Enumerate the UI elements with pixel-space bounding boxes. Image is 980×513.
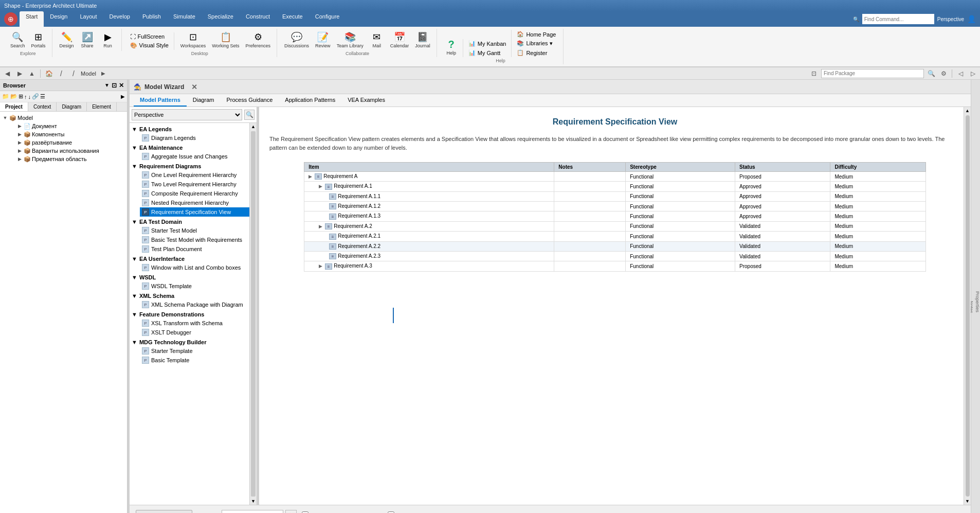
wizard-close-btn[interactable]: ✕ (191, 83, 197, 91)
tree-item-usecases[interactable]: ▶ 📦 Варианты использования (9, 147, 125, 155)
share-button[interactable]: ↗️ Share (78, 30, 97, 50)
group-header-mdg[interactable]: ▼ MDG Technology Builder (132, 338, 255, 346)
pattern-xslt-debugger[interactable]: P XSLT Debugger (140, 328, 255, 337)
working-sets-button[interactable]: 📋 Working Sets (210, 30, 241, 50)
tree-item-model[interactable]: ▼ 📦 Model (2, 114, 125, 122)
help-button[interactable]: ? Help (442, 37, 461, 57)
run-button[interactable]: ▶ Run (99, 30, 117, 50)
pattern-composite-req[interactable]: P Composite Requirement Hierarchy (140, 189, 255, 198)
pattern-starter-test[interactable]: P Starter Test Model (140, 226, 255, 235)
pattern-aggregate-issue[interactable]: P Aggregate Issue and Changes (140, 152, 255, 161)
review-button[interactable]: 📝 Review (313, 30, 333, 50)
pattern-wsdl-template[interactable]: P WSDL Template (140, 281, 255, 291)
perspective-label[interactable]: Perspective (937, 16, 964, 22)
ribbon-tab-specialize[interactable]: Specialize (202, 11, 240, 27)
add-to-browse-btn[interactable]: 📁 (285, 510, 297, 514)
tree-item-domain[interactable]: ▶ 📦 Предметная область (9, 155, 125, 163)
group-header-feature-demo[interactable]: ▼ Feature Demonstrations (132, 310, 255, 319)
design-button[interactable]: ✏️ Design (58, 30, 76, 50)
tree-toolbar-btn3[interactable]: ⊞ (19, 93, 23, 100)
ribbon-tab-design[interactable]: Design (44, 11, 74, 27)
mail-button[interactable]: ✉ Mail (368, 30, 386, 50)
tree-toolbar-btn7[interactable]: ☰ (40, 93, 45, 100)
find-package-input[interactable] (821, 69, 924, 78)
user-icon[interactable]: 👤 (967, 15, 976, 23)
team-library-button[interactable]: 📚 Team Library (335, 30, 366, 50)
preferences-button[interactable]: ⚙ Preferences (244, 30, 273, 50)
ribbon-tab-start[interactable]: Start (20, 11, 44, 27)
group-header-wsdl[interactable]: ▼ WSDL (132, 273, 255, 281)
app-icon[interactable]: ⊕ (4, 12, 17, 26)
wizard-tab-model-patterns[interactable]: Model Patterns (134, 94, 187, 107)
wizard-tab-diagram[interactable]: Diagram (187, 94, 221, 107)
my-gantt-button[interactable]: 📊 My Gantt (465, 48, 510, 57)
preview-scroll-up[interactable]: ▲ (964, 107, 971, 114)
tree-item-components[interactable]: ▶ 📦 Компоненты (9, 130, 125, 138)
visual-style-button[interactable]: 🎨 Visual Style (127, 41, 172, 50)
nav-up-button[interactable]: ▲ (27, 68, 37, 79)
discussions-button[interactable]: 💬 Discussions (282, 30, 311, 50)
pattern-test-plan[interactable]: P Test Plan Document (140, 244, 255, 254)
perspective-select[interactable]: Perspective All Patterns (132, 109, 242, 120)
group-header-ea-legends[interactable]: ▼ EA Legends (132, 125, 255, 133)
pattern-search-btn[interactable]: 🔍 (244, 110, 255, 120)
nav-collapse-btn[interactable]: ◁ (955, 68, 966, 79)
group-header-ea-maintenance[interactable]: ▼ EA Maintenance (132, 144, 255, 152)
fullscreen-button[interactable]: ⛶ FullScreen (127, 32, 172, 41)
create-patterns-button[interactable]: Create Pattern(s) (136, 510, 192, 514)
pattern-two-level-req[interactable]: P Two Level Requirement Hierarchy (140, 180, 255, 189)
browser-tab-context[interactable]: Context (28, 102, 57, 111)
wizard-tab-process[interactable]: Process Guidance (220, 94, 279, 107)
nav-back-button[interactable]: ◀ (2, 68, 12, 79)
tree-expand-model[interactable]: ▼ (2, 115, 8, 121)
nav-forward-button[interactable]: ▶ (14, 68, 25, 79)
pattern-one-level-req[interactable]: P One Level Requirement Hierarchy (140, 170, 255, 180)
group-header-xml[interactable]: ▼ XML Schema (132, 292, 255, 300)
ribbon-tab-publish[interactable]: Publish (136, 11, 167, 27)
find-package-settings-btn[interactable]: ⚙ (938, 68, 949, 79)
tree-item-deploy[interactable]: ▶ 📦 развёртывание (9, 138, 125, 147)
find-package-search-btn[interactable]: 🔍 (926, 68, 936, 79)
browser-tab-element[interactable]: Element (87, 102, 117, 111)
register-button[interactable]: 📋 Register (514, 48, 559, 57)
browser-tab-diagram[interactable]: Diagram (57, 102, 87, 111)
pattern-window-list[interactable]: P Window with List and Combo boxes (140, 263, 255, 272)
tree-toolbar-btn2[interactable]: 📂 (10, 93, 17, 100)
pattern-scroll-down[interactable]: ▼ (250, 498, 257, 505)
preview-scroll-down[interactable]: ▼ (964, 498, 971, 505)
tree-toolbar-btn6[interactable]: 🔗 (32, 93, 39, 100)
journal-button[interactable]: 📓 Journal (413, 30, 432, 50)
pattern-diagram-legends[interactable]: P Diagram Legends (140, 133, 255, 143)
libraries-button[interactable]: 📚 Libraries ▾ (514, 39, 559, 48)
pattern-basic-template[interactable]: P Basic Template (140, 356, 255, 365)
nav-expand-right-btn[interactable]: ▷ (968, 68, 978, 79)
pattern-xsl-transform[interactable]: P XSL Transform with Schema (140, 319, 255, 328)
browser-menu-btn[interactable]: ▼ (104, 82, 110, 88)
tree-expand-btn[interactable]: ▶ (121, 94, 125, 99)
browser-tab-project[interactable]: Project (0, 102, 28, 111)
browser-close-btn[interactable]: ✕ (119, 82, 124, 89)
tree-toolbar-btn1[interactable]: 📁 (2, 93, 9, 100)
pattern-scroll-up[interactable]: ▲ (250, 123, 257, 130)
browser-detach-btn[interactable]: ⊡ (112, 82, 117, 89)
wizard-tab-app-patterns[interactable]: Application Patterns (279, 94, 341, 107)
ribbon-tab-construct[interactable]: Construct (240, 11, 276, 27)
ribbon-tab-develop[interactable]: Develop (103, 11, 136, 27)
ribbon-tab-configure[interactable]: Configure (309, 11, 346, 27)
find-command-input[interactable] (862, 14, 934, 24)
tree-item-doc[interactable]: ▶ 📄 Документ (9, 122, 125, 130)
pattern-xml-schema-pkg[interactable]: P XML Schema Package with Diagram (140, 300, 255, 309)
add-to-input[interactable] (222, 510, 283, 514)
group-header-req-diagrams[interactable]: ▼ Requirement Diagrams (132, 162, 255, 170)
calendar-button[interactable]: 📅 Calendar (388, 30, 411, 50)
nav-breadcrumb-model[interactable]: Model (81, 70, 96, 77)
ribbon-tab-layout[interactable]: Layout (74, 11, 103, 27)
wizard-tab-vea[interactable]: VEA Examples (341, 94, 391, 107)
portals-button[interactable]: ⊞ Portals (29, 30, 48, 50)
nav-home-button[interactable]: 🏠 (44, 68, 54, 79)
pattern-basic-test[interactable]: P Basic Test Model with Requirements (140, 235, 255, 244)
home-page-button[interactable]: 🏠 Home Page (514, 30, 559, 39)
nav-expand-button[interactable]: ⊡ (809, 68, 819, 79)
group-header-ea-ui[interactable]: ▼ EA UserInterface (132, 255, 255, 263)
ribbon-tab-execute[interactable]: Execute (276, 11, 309, 27)
